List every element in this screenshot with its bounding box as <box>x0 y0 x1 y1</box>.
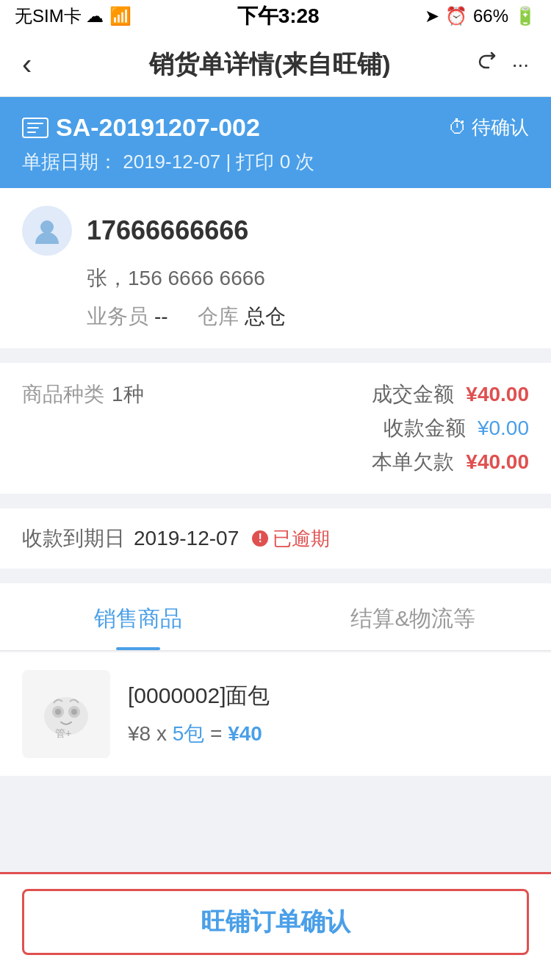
location-icon: ➤ <box>425 6 439 26</box>
salesman-item: 业务员 -- <box>87 303 168 331</box>
svg-point-6 <box>71 709 77 715</box>
amount-row-1: 收款金额 ¥0.00 <box>383 414 529 442</box>
product-name: [0000002]面包 <box>128 681 529 711</box>
salesman-label: 业务员 <box>87 303 148 331</box>
amount-label-1: 收款金额 <box>383 414 466 442</box>
amount-label-0: 成交金额 <box>372 381 454 408</box>
nav-bar: ‹ 销货单详情(来自旺铺) ··· <box>0 32 551 97</box>
product-type-label: 商品种类 <box>22 381 104 408</box>
equals-sign: = <box>204 722 228 745</box>
summary-section: 商品种类 1种 成交金额 ¥40.00 收款金额 ¥0.00 本单欠款 ¥40.… <box>0 363 551 494</box>
status-left: 无SIM卡 ☁ 📶 <box>15 4 132 28</box>
summary-left: 商品种类 1种 <box>22 381 144 408</box>
customer-meta: 业务员 -- 仓库 总仓 <box>87 303 529 331</box>
bottom-bar: 旺铺订单确认 <box>0 872 551 980</box>
amount-row-0: 成交金额 ¥40.00 <box>372 381 529 408</box>
nav-actions: ··· <box>474 50 529 79</box>
warehouse-item: 仓库 总仓 <box>198 303 286 331</box>
customer-row: 17666666666 <box>22 206 529 256</box>
wifi-icon: 📶 <box>109 6 132 26</box>
product-type-row: 商品种类 1种 <box>22 381 144 408</box>
warehouse-value: 总仓 <box>245 303 286 331</box>
status-bar: 无SIM卡 ☁ 📶 下午3:28 ➤ ⏰ 66% 🔋 <box>0 0 551 32</box>
summary-right: 成交金额 ¥40.00 收款金额 ¥0.00 本单欠款 ¥40.00 <box>372 381 529 476</box>
svg-text:管+: 管+ <box>55 727 71 739</box>
product-qty: 5包 <box>173 722 205 745</box>
amount-value-0: ¥40.00 <box>466 383 529 406</box>
battery-label: 66% <box>473 6 508 26</box>
salesman-value: -- <box>154 305 168 328</box>
tabs-row: 销售商品 结算&物流等 <box>0 583 551 651</box>
share-button[interactable] <box>474 50 497 79</box>
status-right: ➤ ⏰ 66% 🔋 <box>425 6 536 26</box>
page-title: 销货单详情(来自旺铺) <box>149 48 391 82</box>
order-date: 单据日期： 2019-12-07 | 打印 0 次 <box>22 149 529 175</box>
amount-value-1: ¥0.00 <box>478 417 529 440</box>
tab-settlement[interactable]: 结算&物流等 <box>276 583 551 650</box>
alarm-icon: ⏰ <box>445 6 467 26</box>
amount-row-2: 本单欠款 ¥40.00 <box>372 448 529 476</box>
product-price: ¥8 x 5包 = ¥40 <box>128 720 529 748</box>
product-info: [0000002]面包 ¥8 x 5包 = ¥40 <box>128 681 529 748</box>
svg-point-5 <box>55 709 61 715</box>
clock-icon: ⏱ <box>448 116 467 139</box>
no-sim-label: 无SIM卡 ☁ <box>15 4 104 28</box>
overdue-badge: ! 已逾期 <box>252 526 330 552</box>
due-date-value: 2019-12-07 <box>134 527 239 550</box>
avatar <box>22 206 72 256</box>
price-label: ¥8 x <box>128 722 173 745</box>
product-total: ¥40 <box>228 722 262 745</box>
overdue-text: 已逾期 <box>273 526 330 552</box>
product-image: 管+ <box>22 670 110 758</box>
customer-name: 张，156 6666 6666 <box>87 264 529 292</box>
order-header-banner: SA-20191207-002 ⏱ 待确认 单据日期： 2019-12-07 |… <box>0 97 551 188</box>
product-section: 管+ [0000002]面包 ¥8 x 5包 = ¥40 <box>0 652 551 776</box>
overdue-icon: ! <box>252 530 268 547</box>
tab-products[interactable]: 销售商品 <box>0 583 276 650</box>
more-button[interactable]: ··· <box>512 53 529 76</box>
battery-icon: 🔋 <box>514 6 536 26</box>
status-time: 下午3:28 <box>237 2 320 30</box>
customer-phone: 17666666666 <box>87 215 248 246</box>
warehouse-label: 仓库 <box>198 303 239 331</box>
order-id: SA-20191207-002 <box>22 113 260 142</box>
order-header-top: SA-20191207-002 ⏱ 待确认 <box>22 113 529 142</box>
amount-label-2: 本单欠款 <box>372 448 454 476</box>
due-date-section: 收款到期日 2019-12-07 ! 已逾期 <box>0 508 551 569</box>
product-item: 管+ [0000002]面包 ¥8 x 5包 = ¥40 <box>22 670 529 758</box>
svg-point-1 <box>40 220 54 234</box>
tabs-section: 销售商品 结算&物流等 <box>0 583 551 651</box>
product-type-value: 1种 <box>112 381 144 408</box>
amount-value-2: ¥40.00 <box>466 450 529 474</box>
confirm-order-button[interactable]: 旺铺订单确认 <box>22 889 529 955</box>
customer-section: 17666666666 张，156 6666 6666 业务员 -- 仓库 总仓 <box>0 188 551 348</box>
back-button[interactable]: ‹ <box>22 48 66 81</box>
due-date-label: 收款到期日 <box>22 525 125 552</box>
order-status: ⏱ 待确认 <box>448 115 529 140</box>
